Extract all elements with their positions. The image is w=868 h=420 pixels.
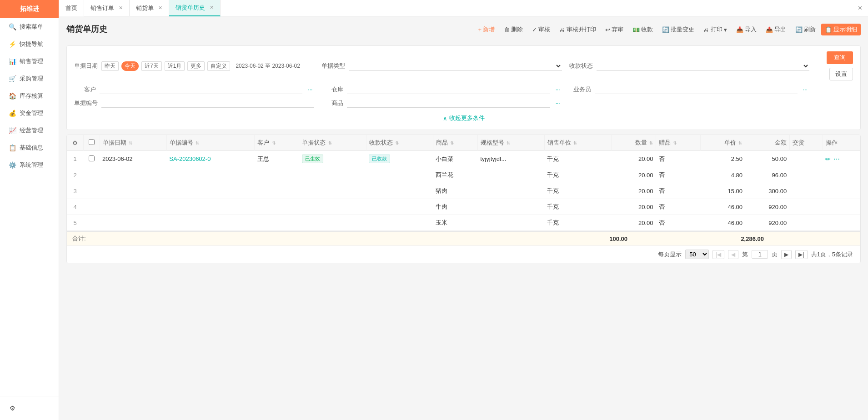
customer-ellipsis[interactable]: ··· xyxy=(306,86,314,93)
query-button[interactable]: 查询 xyxy=(827,51,853,64)
page-prev-btn[interactable]: ◀ xyxy=(728,250,738,259)
page-number-input[interactable] xyxy=(752,250,768,259)
print-button[interactable]: 🖨 打印 ▾ xyxy=(700,24,731,35)
cell-row-num: 4 xyxy=(67,199,83,215)
cell-qty: 20.00 xyxy=(611,215,656,231)
sidebar-bottom: ⚙ xyxy=(0,396,59,420)
col-collect-status[interactable]: 收款状态 ⇅ xyxy=(366,135,433,151)
col-qty[interactable]: 数量 ⇅ xyxy=(611,135,656,151)
new-button[interactable]: + 新增 xyxy=(474,24,498,35)
warehouse-ellipsis[interactable]: ··· xyxy=(554,86,562,93)
warehouse-input[interactable] xyxy=(347,85,550,94)
abandon-button[interactable]: ↩ 弃审 xyxy=(602,24,627,35)
collect-button[interactable]: 💵 收款 xyxy=(629,24,657,35)
cell-checkbox[interactable] xyxy=(83,183,100,199)
settings-button[interactable]: 设置 xyxy=(829,68,853,80)
sidebar-item-purchase-mgmt[interactable]: 🛒 采购管理 xyxy=(0,70,59,87)
collect-status-select[interactable] xyxy=(597,61,809,71)
import-button[interactable]: 📥 导入 xyxy=(733,24,760,35)
row-checkbox[interactable] xyxy=(89,155,95,161)
tab-sales-order[interactable]: 销售订单 ✕ xyxy=(84,0,130,16)
table-row[interactable]: 1 2023-06-02 SA-20230602-0 王总 已生效 已收款 小白… xyxy=(67,151,860,167)
page-size-select[interactable]: 50 100 xyxy=(685,250,709,259)
doc-no-link[interactable]: SA-20230602-0 xyxy=(169,155,211,162)
cell-checkbox[interactable] xyxy=(83,215,100,231)
tab-sales-history-close[interactable]: ✕ xyxy=(210,5,214,10)
date-custom-btn[interactable]: 自定义 xyxy=(207,61,230,71)
table-row[interactable]: 2 西兰花 千克 20.00 否 4.80 96.00 xyxy=(67,167,860,183)
sidebar-item-business-mgmt[interactable]: 📈 经营管理 xyxy=(0,122,59,139)
salesperson-ellipsis[interactable]: ··· xyxy=(801,86,809,93)
tab-home[interactable]: 首页 xyxy=(59,0,84,16)
customer-input[interactable] xyxy=(100,85,302,94)
cell-doc-no[interactable] xyxy=(166,215,254,231)
cell-spec: tyjyjtyjdf... xyxy=(477,151,544,167)
cell-unit-price: 46.00 xyxy=(701,199,745,215)
col-settings[interactable]: ⚙ xyxy=(67,135,83,151)
show-detail-button[interactable]: 📋 显示明细 xyxy=(821,24,861,35)
date-7days-btn[interactable]: 近7天 xyxy=(141,61,162,71)
sidebar-item-basic-info[interactable]: 📋 基础信息 xyxy=(0,139,59,156)
sidebar-item-sales-mgmt[interactable]: 📊 销售管理 xyxy=(0,53,59,70)
main-area: 首页 销售订单 ✕ 销货单 ✕ 销货单历史 ✕ ✕ 销货单历史 + 新增 xyxy=(59,0,868,420)
more-icon[interactable]: ⋯ xyxy=(833,155,840,163)
col-doc-no[interactable]: 单据编号 ⇅ xyxy=(166,135,254,151)
cell-checkbox[interactable] xyxy=(83,167,100,183)
sidebar-item-inventory[interactable]: 🏠 库存核算 xyxy=(0,87,59,105)
date-yesterday-btn[interactable]: 昨天 xyxy=(101,61,119,71)
tab-sales-delivery[interactable]: 销货单 ✕ xyxy=(130,0,169,16)
col-gift[interactable]: 赠品 ⇅ xyxy=(656,135,701,151)
cell-product: 西兰花 xyxy=(433,167,477,183)
collapse-conditions-btn[interactable]: ∧ 收起更多条件 xyxy=(74,112,853,124)
col-unit[interactable]: 销售单位 ⇅ xyxy=(544,135,611,151)
select-all-checkbox[interactable] xyxy=(89,139,95,145)
date-1month-btn[interactable]: 近1月 xyxy=(165,61,185,71)
page-next-btn[interactable]: ▶ xyxy=(781,250,792,259)
date-today-btn[interactable]: 今天 xyxy=(121,61,139,71)
col-customer[interactable]: 客户 ⇅ xyxy=(255,135,299,151)
col-spec[interactable]: 规格型号 ⇅ xyxy=(477,135,544,151)
cell-doc-no[interactable]: SA-20230602-0 xyxy=(166,151,254,167)
sidebar-item-finance-mgmt[interactable]: 💰 资金管理 xyxy=(0,105,59,122)
delete-button[interactable]: 🗑 删除 xyxy=(500,24,527,35)
cell-doc-no[interactable] xyxy=(166,199,254,215)
table-row[interactable]: 4 牛肉 千克 20.00 否 46.00 920.00 xyxy=(67,199,860,215)
sidebar-item-search-menu[interactable]: 🔍 搜索菜单 xyxy=(0,18,59,35)
refresh-button[interactable]: 🔄 刷新 xyxy=(792,24,819,35)
batch-change-button[interactable]: 🔄 批量变更 xyxy=(658,24,698,35)
sort-collect-status-icon: ⇅ xyxy=(395,140,399,145)
cell-doc-no[interactable] xyxy=(166,183,254,199)
cell-checkbox[interactable] xyxy=(83,151,100,167)
sidebar-item-quick-nav[interactable]: ⚡ 快捷导航 xyxy=(0,35,59,53)
doctype-select[interactable] xyxy=(349,61,562,71)
edit-icon[interactable]: ✏ xyxy=(825,155,831,163)
page-first-btn[interactable]: |◀ xyxy=(712,250,724,259)
sidebar-item-system-mgmt[interactable]: ⚙️ 系统管理 xyxy=(0,156,59,174)
filter-row-2: 客户 ··· 仓库 ··· 业务员 ··· xyxy=(74,85,853,94)
sidebar-bottom-item1[interactable]: ⚙ xyxy=(0,400,59,416)
col-doc-status[interactable]: 单据状态 ⇅ xyxy=(299,135,366,151)
col-unit-price[interactable]: 单价 ⇅ xyxy=(701,135,745,151)
export-button[interactable]: 📤 导出 xyxy=(762,24,790,35)
cell-unit: 千克 xyxy=(544,183,611,199)
product-ellipsis[interactable]: ··· xyxy=(554,100,562,106)
table-row[interactable]: 3 猪肉 千克 20.00 否 15.00 300.00 xyxy=(67,183,860,199)
page-last-btn[interactable]: ▶| xyxy=(795,250,807,259)
table-row[interactable]: 5 玉米 千克 20.00 否 46.00 920.00 xyxy=(67,215,860,231)
tab-sales-history[interactable]: 销货单历史 ✕ xyxy=(169,0,221,16)
col-doc-date[interactable]: 单据日期 ⇅ xyxy=(100,135,166,151)
tab-sales-delivery-close[interactable]: ✕ xyxy=(158,5,162,11)
tab-bar-global-close[interactable]: ✕ xyxy=(852,5,868,11)
audit-print-button[interactable]: 🖨 审核并打印 xyxy=(556,24,600,35)
product-input[interactable] xyxy=(347,99,550,108)
salesperson-input[interactable] xyxy=(595,85,798,94)
cell-doc-no[interactable] xyxy=(166,167,254,183)
col-product[interactable]: 商品 ⇅ xyxy=(433,135,477,151)
docno-input[interactable] xyxy=(101,99,314,108)
date-more-btn[interactable]: 更多 xyxy=(187,61,205,71)
tab-sales-order-close[interactable]: ✕ xyxy=(119,5,123,11)
cell-checkbox[interactable] xyxy=(83,199,100,215)
audit-button[interactable]: ✓ 审核 xyxy=(528,24,554,35)
table-settings-icon[interactable]: ⚙ xyxy=(72,140,78,146)
cell-doc-date: 2023-06-02 xyxy=(100,151,166,167)
